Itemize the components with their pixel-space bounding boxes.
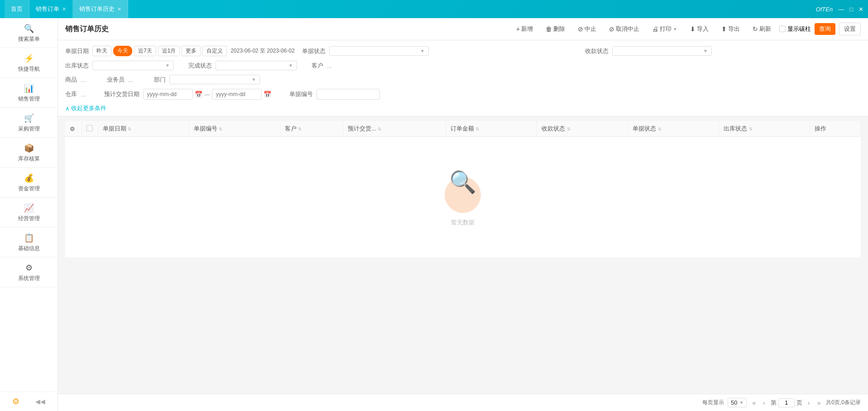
th-delivery-label: 预计交货... xyxy=(348,125,376,132)
tab-home[interactable]: 首页 xyxy=(5,0,29,18)
export-label: 导出 xyxy=(728,25,740,33)
sales-icon: 📊 xyxy=(24,83,34,93)
delivery-status-arrow: ▼ xyxy=(165,63,170,68)
delete-label: 删除 xyxy=(553,25,565,33)
th-delivery[interactable]: 预计交货... ⇅ xyxy=(343,121,446,137)
page-first-btn[interactable]: « xyxy=(750,398,758,407)
sidebar-item-quicknav[interactable]: ⚡ 快捷导航 xyxy=(0,48,58,78)
collapse-arrow: ∧ xyxy=(65,105,70,112)
cal-icon-to[interactable]: 📅 xyxy=(264,91,271,98)
sidebar-item-operations[interactable]: 📈 经营管理 xyxy=(0,198,58,227)
page-input[interactable] xyxy=(778,398,795,407)
th-number-label: 单据编号 xyxy=(194,125,217,132)
department-label: 部门 xyxy=(154,76,166,84)
date-custom[interactable]: 自定义 xyxy=(202,46,227,56)
date-filter: 单据日期 昨天 今天 近7天 近1月 更多 自定义 2023-06-02 至 2… xyxy=(65,46,295,56)
tab-close-sales-order[interactable]: ✕ xyxy=(62,6,66,12)
home-tab-label: 首页 xyxy=(11,5,23,13)
filter-row-2: 出库状态 ▼ 完成状态 ▼ 客户 ... xyxy=(65,61,861,70)
payment-status-label: 收款状态 xyxy=(585,47,609,55)
query-button[interactable]: 查询 xyxy=(815,23,835,35)
content-area: 销售订单历史 + 新增 🗑 删除 ⊘ 中止 ⊘ 取消中止 xyxy=(58,18,868,411)
th-check[interactable] xyxy=(82,121,98,137)
payment-status-filter: 收款状态 ▼ xyxy=(585,46,861,56)
empty-row: 🔍 暂无数据 xyxy=(65,137,861,258)
expected-date-to[interactable] xyxy=(212,89,262,100)
date-7days[interactable]: 近7天 xyxy=(134,46,156,56)
customer-label: 客户 xyxy=(312,62,323,70)
payment-status-select[interactable]: ▼ xyxy=(612,46,712,56)
complete-status-select[interactable]: ▼ xyxy=(216,61,297,70)
customer-picker[interactable]: ... xyxy=(327,62,332,69)
th-actions: 操作 xyxy=(810,121,861,137)
close-window-btn[interactable]: ✕ xyxy=(858,6,863,13)
per-page-value: 50 xyxy=(731,399,737,406)
settings-label: 设置 xyxy=(844,25,856,33)
import-icon: ⬇ xyxy=(690,25,695,33)
stop-icon: ⊘ xyxy=(578,25,583,33)
maximize-btn[interactable]: □ xyxy=(849,6,853,13)
date-1month[interactable]: 近1月 xyxy=(158,46,180,56)
th-outbound-status[interactable]: 出库状态 ⇅ xyxy=(719,121,810,137)
collapse-button[interactable]: ∧ 收起更多条件 xyxy=(65,104,861,112)
date-yesterday[interactable]: 昨天 xyxy=(92,46,111,56)
sidebar-item-search[interactable]: 🔍 搜索菜单 xyxy=(0,18,58,48)
th-amount[interactable]: 订单金额 ⇅ xyxy=(446,121,537,137)
table-head: ⚙ 单据日期 ⇅ 单据编号 ⇅ 客户 xyxy=(65,121,861,137)
sidebar-item-purchase[interactable]: 🛒 采购管理 xyxy=(0,108,58,138)
new-button[interactable]: + 新增 xyxy=(512,23,537,35)
sidebar-item-finance[interactable]: 💰 资金管理 xyxy=(0,168,58,198)
settings-button[interactable]: 设置 xyxy=(839,23,861,35)
complete-status-filter: 完成状态 ▼ xyxy=(188,61,297,70)
th-bill-status-label: 单据状态 xyxy=(633,125,656,132)
table-body: 🔍 暂无数据 xyxy=(65,137,861,258)
sort-arrows-bill: ⇅ xyxy=(658,126,662,131)
bill-number-input[interactable] xyxy=(317,89,380,100)
tab-sales-order[interactable]: 销售订单 ✕ xyxy=(29,0,73,18)
bill-status-select[interactable]: ▼ xyxy=(329,46,429,56)
sidebar-settings-btn[interactable]: ⚙ xyxy=(12,396,19,406)
th-number[interactable]: 单据编号 ⇅ xyxy=(189,121,280,137)
tab-close-sales-history[interactable]: ✕ xyxy=(117,6,121,12)
sidebar-item-sales[interactable]: 📊 销售管理 xyxy=(0,78,58,108)
warehouse-picker[interactable]: ... xyxy=(81,91,86,98)
page-header: 销售订单历史 + 新增 🗑 删除 ⊘ 中止 ⊘ 取消中止 xyxy=(58,18,868,40)
complete-status-label: 完成状态 xyxy=(188,62,212,70)
bill-status-filter: 单据状态 ▼ xyxy=(302,46,578,56)
page-last-btn[interactable]: » xyxy=(815,398,823,407)
sidebar-collapse-btn[interactable]: ◀◀ xyxy=(35,398,45,405)
page-next-btn[interactable]: › xyxy=(806,398,812,407)
sidebar-item-basics[interactable]: 📋 基础信息 xyxy=(0,227,58,257)
th-gear[interactable]: ⚙ xyxy=(65,121,82,137)
salesperson-picker[interactable]: ... xyxy=(128,76,134,83)
cal-icon-from[interactable]: 📅 xyxy=(195,91,202,98)
header-checkbox[interactable] xyxy=(86,125,93,131)
print-button[interactable]: 🖨 打印 ▼ xyxy=(647,23,682,35)
date-more[interactable]: 更多 xyxy=(182,46,201,56)
sidebar-item-system[interactable]: ⚙ 系统管理 xyxy=(0,257,58,287)
per-page-select[interactable]: 50 ▼ xyxy=(728,398,747,407)
th-payment-status[interactable]: 收款状态 ⇅ xyxy=(537,121,628,137)
delivery-status-select[interactable]: ▼ xyxy=(92,61,174,70)
date-today[interactable]: 今天 xyxy=(113,46,132,56)
th-customer[interactable]: 客户 ⇅ xyxy=(280,121,343,137)
import-button[interactable]: ⬇ 导入 xyxy=(686,23,713,35)
delete-button[interactable]: 🗑 删除 xyxy=(541,23,570,35)
th-bill-status[interactable]: 单据状态 ⇅ xyxy=(628,121,719,137)
expected-date-from[interactable] xyxy=(143,89,193,100)
minimize-btn[interactable]: — xyxy=(838,6,844,13)
stop-button[interactable]: ⊘ 中止 xyxy=(573,23,601,35)
product-picker[interactable]: ... xyxy=(81,76,86,83)
cancel-stop-button[interactable]: ⊘ 取消中止 xyxy=(604,23,644,35)
date-range-display: 2023-06-02 至 2023-06-02 xyxy=(230,47,294,55)
bill-status-arrow: ▼ xyxy=(420,48,425,53)
th-date[interactable]: 单据日期 ⇅ xyxy=(98,121,189,137)
sidebar-label-inventory: 库存核算 xyxy=(18,155,40,163)
export-button[interactable]: ⬆ 导出 xyxy=(717,23,744,35)
tab-sales-history[interactable]: 销售订单历史 ✕ xyxy=(73,0,128,18)
refresh-button[interactable]: ↻ 刷新 xyxy=(748,23,776,35)
department-select[interactable]: ▼ xyxy=(169,75,260,84)
display-columns-toggle[interactable]: 显示碳柱 xyxy=(779,25,811,33)
page-prev-btn[interactable]: ‹ xyxy=(761,398,767,407)
sidebar-item-inventory[interactable]: 📦 库存核算 xyxy=(0,138,58,168)
